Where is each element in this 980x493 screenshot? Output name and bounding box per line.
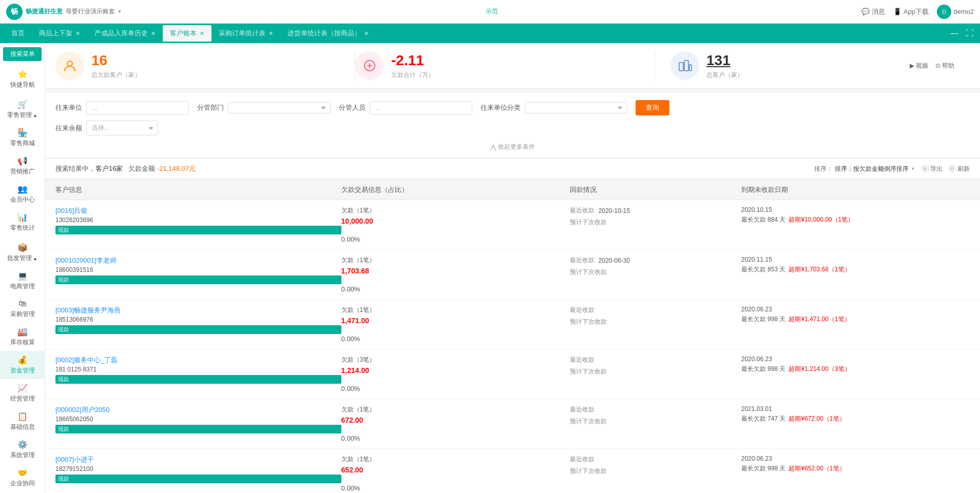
stats-row: 16 总欠款客户（家） -2.11 欠款合计（万）	[45, 43, 980, 89]
debt-info-col: 欠款（1笔） 1,471.00 0.00%	[341, 306, 570, 343]
filter-person: 分管人员 ...	[339, 101, 472, 115]
sidebar-item-batch-mgmt[interactable]: 📦 批发管理 ▲	[0, 239, 45, 267]
debt-icon	[355, 51, 384, 80]
source-unit-input[interactable]: ...	[86, 101, 189, 115]
collapse-btn[interactable]: ⋀ 收起更多条件	[55, 141, 970, 153]
debt-ratio: 0.00%	[341, 435, 570, 442]
customer-tag: 现款	[55, 325, 341, 334]
tab-customer-account[interactable]: 客户账本 ✕	[163, 25, 212, 42]
tab-close-inventory-stats[interactable]: ✕	[364, 31, 369, 36]
customer-name-link[interactable]: [0002]服务中心_丁磊	[55, 356, 341, 365]
customer-phone: 18600391516	[55, 266, 341, 273]
sidebar-item-enterprise[interactable]: 🤝 企业协同	[0, 464, 45, 492]
sidebar-item-retail-mgmt[interactable]: 🛒 零售管理 ▲	[0, 95, 45, 124]
system-icon: ⚙️	[17, 440, 28, 449]
tab-close-product-status[interactable]: ✕	[75, 31, 80, 36]
help-btn[interactable]: ⊙ 帮助	[935, 62, 954, 70]
customer-phone: 181 0125 8371	[55, 366, 341, 373]
tab-product-history[interactable]: 产成品入库单历史 ✕	[87, 25, 163, 42]
data-table: 客户信息 欠款交易信息（占比） 回款情况 到期未收款日期 [0016]吕俊 13…	[45, 180, 980, 493]
customer-name-link[interactable]: [0016]吕俊	[55, 206, 341, 215]
overdue-link[interactable]: 超期¥652.00（1笔）	[789, 464, 845, 473]
sidebar-search-btn[interactable]: 搜索菜单	[3, 47, 42, 61]
stat-value-debt: -2.11	[391, 52, 434, 69]
member-icon: 👥	[17, 184, 28, 194]
stat-card-debt: -2.11 欠款合计（万）	[355, 51, 655, 80]
refresh-icon: ⊙	[949, 165, 956, 172]
ecommerce-icon: 💻	[17, 271, 28, 281]
tab-purchase-order[interactable]: 采购订单统计表 ✕	[212, 25, 280, 42]
tab-close-product-history[interactable]: ✕	[151, 31, 156, 36]
sidebar-item-retail-stats[interactable]: 📊 零售统计	[0, 208, 45, 236]
filter-area: 往来单位 ... 分管部门 ▼	[45, 93, 980, 158]
overdue-link[interactable]: 超期¥672.00（1笔）	[789, 415, 845, 423]
tab-close-purchase-order[interactable]: ✕	[268, 31, 273, 36]
message-btn[interactable]: 💬 消息	[861, 7, 885, 16]
stat-value-total: 131	[706, 52, 743, 69]
debt-amount: 1,214.00	[341, 366, 570, 374]
sidebar-item-marketing[interactable]: 📢 营销推广	[0, 152, 45, 180]
sidebar-item-basic-info[interactable]: 📋 基础信息	[0, 407, 45, 436]
export-btn[interactable]: ⊙ 导出	[921, 165, 943, 173]
filter-source-unit: 往来单位 ...	[55, 101, 189, 115]
sidebar-item-operations[interactable]: 📈 经营管理	[0, 379, 45, 407]
sidebar-search-area: 搜索菜单	[0, 43, 45, 65]
customer-phone: 18513066976	[55, 316, 341, 323]
query-button[interactable]: 查询	[636, 100, 669, 115]
tab-home[interactable]: 首页	[4, 25, 32, 42]
tab-inventory-stats[interactable]: 进货单统计表（按商品） ✕	[280, 25, 376, 42]
overdue-col: 2020.11.15 最长欠款 853 天 超期¥1,703.68（1笔）	[741, 256, 970, 274]
sidebar-item-finance[interactable]: 💰 资金管理	[0, 351, 45, 379]
tab-product-status[interactable]: 商品上下架 ✕	[32, 25, 87, 42]
debt-amount: 1,703.68	[341, 267, 570, 275]
tab-minimize-btn[interactable]: —	[948, 29, 960, 38]
sidebar-item-member[interactable]: 👥 会员中心	[0, 180, 45, 208]
sidebar-item-inventory[interactable]: 🏭 库存核算	[0, 323, 45, 351]
top-right-area: 💬 消息 📱 App下载 D demo2	[861, 5, 974, 19]
sidebar-item-purchase[interactable]: 🛍 采购管理	[0, 295, 45, 323]
overdue-col: 2021.03.01 最长欠款 747 天 超期¥672.00（1笔）	[741, 405, 970, 423]
overdue-link[interactable]: 超期¥10,000.00（1笔）	[789, 215, 854, 224]
dept-select[interactable]: ▼	[228, 102, 331, 113]
customer-name-link[interactable]: [0003]畅捷服务尹海燕	[55, 306, 341, 315]
collection-col: 最近收款 预计下次收款	[570, 405, 741, 426]
overdue-link[interactable]: 超期¥1,703.68（1笔）	[789, 265, 850, 274]
stat-card-customers: 16 总欠款客户（家）	[55, 51, 355, 80]
sidebar-item-system[interactable]: ⚙️ 系统管理	[0, 436, 45, 464]
sidebar-item-ecommerce[interactable]: 💻 电商管理	[0, 267, 45, 295]
overdue-link[interactable]: 超期¥1,471.00（1笔）	[789, 315, 850, 324]
filter-row-2: 往来余额 选择... ▼	[55, 121, 970, 135]
customer-tag: 现款	[55, 425, 341, 433]
logo-text: 畅捷通好生意	[26, 7, 63, 16]
tab-close-customer-account[interactable]: ✕	[200, 31, 204, 36]
tab-maximize-btn[interactable]: ⛶	[964, 29, 976, 38]
customer-name-link[interactable]: [0001020001]李老师	[55, 256, 341, 265]
customer-name-link[interactable]: [0007]小进干	[55, 455, 341, 464]
filter-unit-category: 往来单位分类 ▼	[481, 102, 627, 113]
main-layout: 搜索菜单 ⭐ 快捷导航 🛒 零售管理 ▲ 🏪 零售商城 📢 营销推广 👥 会员中…	[0, 43, 980, 493]
debt-amount: 652.00	[341, 466, 570, 474]
view-video-btn[interactable]: ▶ 视频	[910, 62, 928, 70]
breadcrumb-home[interactable]: 示范	[486, 7, 498, 16]
debt-info-col: 欠款（3笔） 1,214.00 0.00%	[341, 356, 570, 392]
overdue-col: 2020.10.15 最长欠款 884 天 超期¥10,000.00（1笔）	[741, 206, 970, 224]
debt-ratio: 0.00%	[341, 484, 570, 492]
user-menu[interactable]: D demo2	[937, 5, 974, 19]
overdue-col: 2020.06.23 最长欠款 998 天 超期¥1,471.00（1笔）	[741, 306, 970, 324]
breadcrumb-area: 示范	[486, 7, 498, 16]
sort-selector[interactable]: 排序： 排序：按欠款金额倒序排序 ▼	[814, 165, 915, 173]
collection-col: 最近收款 预计下次收款	[570, 455, 741, 476]
svg-point-0	[67, 61, 72, 66]
person-input[interactable]: ...	[370, 101, 472, 115]
sidebar-item-retail-store[interactable]: 🏪 零售商城	[0, 124, 45, 152]
app-download-btn[interactable]: 📱 App下载	[893, 7, 929, 16]
overdue-link[interactable]: 超期¥1,214.00（3笔）	[789, 365, 850, 373]
refresh-btn[interactable]: ⊙ 刷新	[949, 165, 970, 173]
balance-select[interactable]: 选择... ▼	[86, 121, 158, 135]
customer-name-link[interactable]: [000002]用户2050	[55, 405, 341, 415]
store-selector[interactable]: 母婴行业演示账套 ▼	[66, 7, 122, 16]
unit-category-select[interactable]: ▼	[525, 102, 627, 113]
stat-card-total: 131 总客户（家） ▶ 视频 ⊙ 帮助	[655, 51, 970, 80]
results-summary: 搜索结果中，客户16家 欠款金额 -21,148.07元	[55, 164, 196, 173]
sidebar-item-quick-nav[interactable]: ⭐ 快捷导航	[0, 65, 45, 93]
